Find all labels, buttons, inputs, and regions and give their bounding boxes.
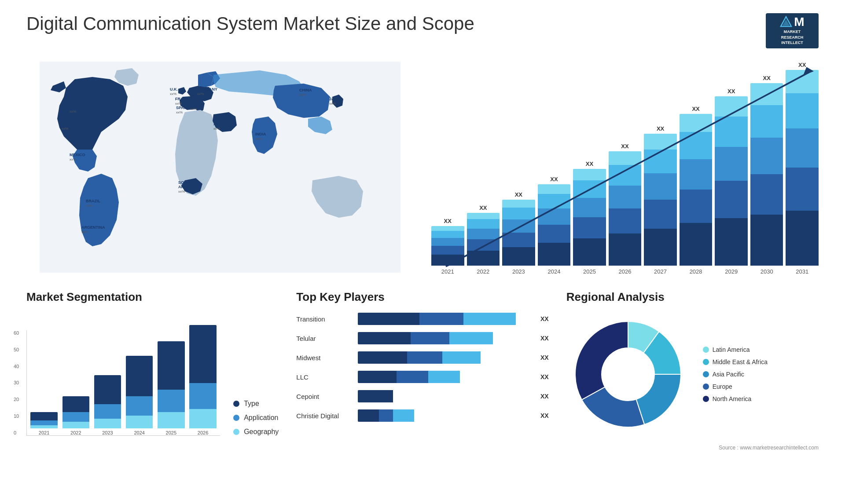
player-bar	[358, 371, 533, 383]
donut-segment	[636, 374, 680, 424]
header: Digital Communication System Market Size…	[26, 13, 819, 48]
player-bar	[358, 390, 533, 402]
svg-text:xx%: xx%	[190, 107, 197, 111]
bar-year-label: 2026	[619, 268, 632, 275]
growth-bar-group: XX2023	[502, 191, 535, 275]
growth-bar-group: XX2027	[644, 125, 677, 275]
player-row: TelularXX	[296, 332, 548, 344]
growth-bar-group: XX2024	[538, 176, 571, 275]
player-value: XX	[540, 354, 549, 361]
donut-chart	[566, 313, 690, 436]
bar-year-label: 2025	[583, 268, 596, 275]
seg-bar-group: 2023	[92, 375, 122, 435]
map-label-saudi: SAUDI	[213, 117, 226, 122]
seg-bar-group: 2021	[29, 412, 59, 435]
player-row: LLCXX	[296, 371, 548, 383]
svg-text:xx%: xx%	[299, 93, 306, 97]
regional-legend-label: Asia Pacific	[713, 371, 744, 378]
bar-value-label: XX	[479, 205, 487, 211]
regional-legend-label: Middle East & Africa	[713, 358, 768, 365]
seg-legend-item: Application	[233, 414, 279, 422]
svg-text:xx%: xx%	[329, 102, 336, 106]
map-label-germany: GERMANY	[197, 87, 217, 91]
bar-value-label: XX	[763, 75, 771, 81]
svg-text:xx%: xx%	[86, 204, 92, 208]
bar-value-label: XX	[657, 125, 664, 132]
map-label-argentina: ARGENTINA	[81, 225, 105, 230]
map-label-brazil: BRAZIL	[86, 199, 100, 203]
seg-year-label: 2023	[102, 430, 113, 435]
player-name: Cepoint	[296, 393, 353, 400]
player-name: LLC	[296, 373, 353, 381]
map-label-italy: ITALY	[190, 102, 201, 106]
donut-area: Latin AmericaMiddle East & AfricaAsia Pa…	[566, 313, 819, 436]
legend-label: Application	[244, 414, 278, 422]
player-value: XX	[540, 393, 549, 400]
growth-bar-group: XX2022	[467, 205, 500, 275]
growth-bar-group: XX2029	[715, 88, 748, 275]
logo-text: MARKET RESEARCH INTELLECT	[781, 29, 804, 46]
player-bar	[358, 313, 533, 325]
bar-year-label: 2028	[690, 268, 702, 275]
seg-year-label: 2024	[134, 430, 144, 435]
svg-text:xx%: xx%	[170, 92, 176, 96]
seg-y-labels: 6050403020100	[14, 330, 19, 435]
logo-container: M MARKET RESEARCH INTELLECT	[766, 13, 819, 48]
player-name: Transition	[296, 315, 353, 323]
seg-year-label: 2025	[166, 430, 176, 435]
bottom-section: Market Segmentation 6050403020100 202120…	[26, 290, 819, 451]
svg-text:xx%: xx%	[175, 102, 182, 106]
segmentation-title: Market Segmentation	[26, 290, 279, 304]
regional-dot	[703, 383, 709, 390]
regional-legend-item: Latin America	[703, 346, 768, 353]
growth-bar-group: XX2026	[609, 143, 642, 275]
seg-year-label: 2026	[198, 430, 208, 435]
player-name: Christie Digital	[296, 412, 353, 420]
legend-dot	[233, 429, 239, 435]
bar-year-label: 2029	[725, 268, 738, 275]
regional-legend-label: Latin America	[713, 346, 750, 353]
regional-container: Regional Analysis Latin AmericaMiddle Ea…	[566, 290, 819, 451]
svg-text:xx%: xx%	[70, 110, 76, 113]
seg-bar-group: 2025	[156, 341, 186, 435]
svg-text:xx%: xx%	[197, 92, 204, 96]
bar-value-label: XX	[727, 88, 735, 95]
bar-year-label: 2030	[760, 268, 773, 275]
world-map-svg: CANADA xx% U.S. xx% MEXICO xx% BRAZIL xx…	[26, 62, 414, 273]
svg-text:xx%: xx%	[70, 157, 76, 161]
player-value: XX	[540, 373, 549, 380]
player-bar	[358, 351, 533, 364]
player-value: XX	[540, 412, 549, 419]
page-container: Digital Communication System Market Size…	[0, 0, 845, 504]
logo-m: M	[794, 16, 804, 28]
player-value: XX	[540, 315, 549, 322]
regional-dot	[703, 347, 709, 353]
map-label-us: U.S.	[62, 122, 70, 126]
bar-value-label: XX	[550, 176, 558, 183]
regional-legend-label: North America	[713, 395, 752, 402]
map-label-india: INDIA	[255, 132, 266, 136]
regional-legend-item: North America	[703, 395, 768, 402]
growth-chart: XX2021XX2022XX2023XX2024XX2025XX2026XX20…	[431, 62, 819, 288]
bar-value-label: XX	[515, 191, 522, 198]
player-row: CepointXX	[296, 390, 548, 402]
regional-legend-item: Asia Pacific	[703, 371, 768, 378]
regional-dot	[703, 396, 709, 402]
regional-legend: Latin AmericaMiddle East & AfricaAsia Pa…	[703, 346, 768, 402]
logo-box: M MARKET RESEARCH INTELLECT	[766, 13, 819, 48]
seg-chart-area: 6050403020100 202120222023202420252026 T…	[26, 313, 279, 436]
seg-year-label: 2021	[39, 430, 49, 435]
bar-value-label: XX	[692, 106, 699, 112]
regional-legend-item: Middle East & Africa	[703, 358, 768, 365]
svg-text:xx%: xx%	[176, 110, 183, 114]
legend-label: Geography	[244, 428, 279, 436]
seg-legend-item: Geography	[233, 428, 279, 436]
legend-dot	[233, 401, 239, 407]
map-label-canada: CANADA	[70, 104, 87, 109]
seg-bars-container: 6050403020100 202120222023202420252026	[26, 330, 220, 436]
top-section: CANADA xx% U.S. xx% MEXICO xx% BRAZIL xx…	[26, 62, 819, 273]
growth-bar-group: XX2025	[573, 161, 606, 275]
bar-year-label: 2021	[441, 268, 454, 275]
seg-year-label: 2022	[70, 430, 81, 435]
growth-bar-group: XX2030	[750, 75, 783, 275]
